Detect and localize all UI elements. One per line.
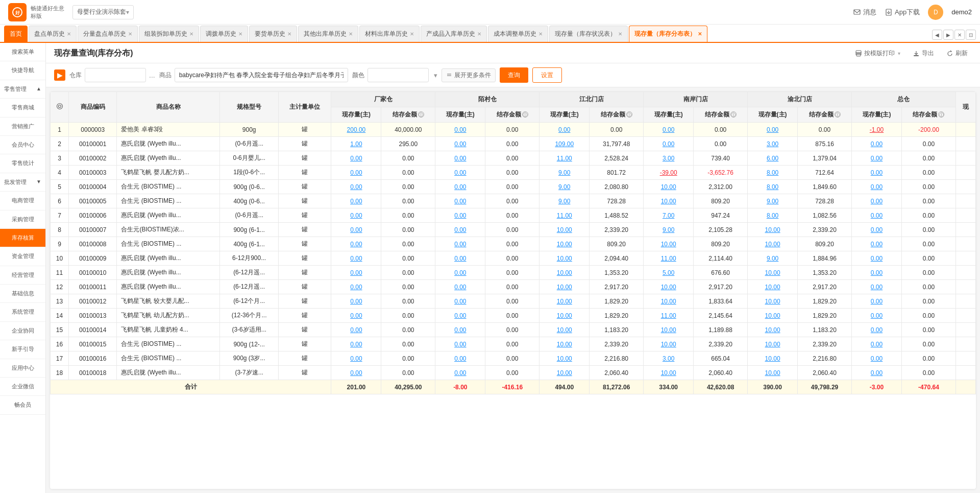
row-w2-qty[interactable]: 0.00 [435,180,485,194]
row-w3-qty[interactable]: 10.00 [540,323,590,337]
row-w3-qty[interactable]: 9.00 [540,180,590,194]
row-w4-qty[interactable]: -39.00 [644,166,694,180]
row-tot-qty[interactable]: 0.00 [852,309,902,323]
sidebar-item-retail-mall[interactable]: 零售商城 [0,99,45,117]
row-tot-qty[interactable]: 0.00 [852,137,902,151]
row-w4-qty[interactable]: 7.00 [644,208,694,223]
row-w4-qty[interactable]: 0.00 [644,123,694,137]
row-w5-qty[interactable]: 10.00 [748,223,798,237]
sidebar-item-finance[interactable]: 资金管理 [0,247,45,266]
row-w4-qty[interactable]: 10.00 [644,280,694,294]
row-tot-qty[interactable]: 0.00 [852,223,902,237]
row-w2-qty[interactable]: 0.00 [435,166,485,180]
sidebar-item-wholesale-mgmt[interactable]: 批发管理 ▼ [0,173,45,192]
tab-close-icon[interactable]: ✕ [477,31,481,37]
row-w4-qty[interactable]: 11.00 [644,251,694,266]
warehouse-input[interactable] [85,68,146,82]
row-w5-qty[interactable]: 8.00 [748,166,798,180]
row-w4-qty[interactable]: 10.00 [644,194,694,208]
row-w3-qty[interactable]: 10.00 [540,237,590,251]
tab-transfer[interactable]: 调拨单历史 ✕ [200,26,248,42]
row-w2-qty[interactable]: 0.00 [435,237,485,251]
row-tot-qty[interactable]: 0.00 [852,194,902,208]
tab-close-icon[interactable]: ✕ [698,31,702,37]
row-w2-qty[interactable]: 0.00 [435,266,485,280]
tab-prev-btn[interactable]: ◀ [932,30,942,40]
sidebar-item-search[interactable]: 搜索英单 [0,43,45,61]
row-w3-qty[interactable]: 109.00 [540,137,590,151]
tab-next-btn[interactable]: ▶ [943,30,953,40]
row-w2-qty[interactable]: 0.00 [435,309,485,323]
row-w5-qty[interactable]: 9.00 [748,251,798,266]
row-w3-qty[interactable]: 11.00 [540,151,590,166]
row-w3-qty[interactable]: 10.00 [540,351,590,366]
row-w4-qty[interactable]: 5.00 [644,266,694,280]
tab-close-icon[interactable]: ✕ [128,31,132,37]
tab-other-outbound[interactable]: 其他出库单历史 ✕ [298,26,358,42]
row-w2-qty[interactable]: 0.00 [435,366,485,380]
row-w2-qty[interactable]: 0.00 [435,223,485,237]
sidebar-item-vip[interactable]: 畅会员 [0,396,45,414]
tab-close-icon[interactable]: ✕ [538,31,543,37]
tab-maximize-btn[interactable]: ⊡ [966,30,976,40]
tab-close-icon[interactable]: ✕ [189,31,193,37]
row-w5-qty[interactable]: 10.00 [748,337,798,351]
row-w5-qty[interactable]: 0.00 [748,123,798,137]
row-w1-qty[interactable]: 0.00 [331,166,381,180]
row-w1-qty[interactable]: 0.00 [331,237,381,251]
tab-close-icon[interactable]: ✕ [67,31,71,37]
row-w2-qty[interactable]: 0.00 [435,151,485,166]
refresh-btn[interactable]: 刷新 [942,47,972,60]
row-w5-qty[interactable]: 10.00 [748,309,798,323]
row-w5-qty[interactable]: 10.00 [748,266,798,280]
row-w1-qty[interactable]: 0.00 [331,180,381,194]
tab-home[interactable]: 首页 [4,26,28,42]
row-w1-qty[interactable]: 0.00 [331,280,381,294]
row-w2-qty[interactable]: 0.00 [435,194,485,208]
row-tot-qty[interactable]: 0.00 [852,166,902,180]
sidebar-item-members[interactable]: 会员中心 [0,136,45,154]
sidebar-item-guide[interactable]: 新手引导 [0,340,45,359]
settings-btn[interactable]: 设置 [532,67,562,83]
row-w5-qty[interactable]: 8.00 [748,180,798,194]
row-w4-qty[interactable]: 10.00 [644,323,694,337]
row-tot-qty[interactable]: 0.00 [852,251,902,266]
row-w1-qty[interactable]: 0.00 [331,366,381,380]
row-w4-qty[interactable]: 10.00 [644,366,694,380]
sidebar-item-retail-mgmt[interactable]: 零售管理 ▲ [0,80,45,99]
info-icon[interactable]: ⓘ [626,111,632,118]
row-w5-qty[interactable]: 10.00 [748,294,798,309]
row-w4-qty[interactable]: 9.00 [644,223,694,237]
tab-assembly[interactable]: 组装拆卸单历史 ✕ [139,26,199,42]
info-icon[interactable]: ⓘ [522,111,528,118]
row-w2-qty[interactable]: 0.00 [435,280,485,294]
row-w1-qty[interactable]: 0.00 [331,351,381,366]
info-icon[interactable]: ⓘ [730,111,737,118]
sidebar-item-retail-stats[interactable]: 零售统计 [0,154,45,173]
row-tot-qty[interactable]: 0.00 [852,294,902,309]
user-avatar[interactable]: D [928,5,943,20]
row-w2-qty[interactable]: 0.00 [435,137,485,151]
row-w1-qty[interactable]: 0.00 [331,194,381,208]
row-w3-qty[interactable]: 10.00 [540,309,590,323]
row-w1-qty[interactable]: 0.00 [331,208,381,223]
row-w2-qty[interactable]: 0.00 [435,123,485,137]
row-w4-qty[interactable]: 11.00 [644,309,694,323]
info-icon[interactable]: ⓘ [418,111,424,118]
tab-requisition[interactable]: 要货单历史 ✕ [249,26,297,42]
row-w2-qty[interactable]: 0.00 [435,251,485,266]
row-tot-qty[interactable]: 0.00 [852,351,902,366]
row-tot-qty[interactable]: 0.00 [852,280,902,294]
row-w2-qty[interactable]: 0.00 [435,294,485,309]
sidebar-item-marketing[interactable]: 营销推广 [0,118,45,136]
tab-close-icon[interactable]: ✕ [287,31,291,37]
row-w3-qty[interactable]: 10.00 [540,294,590,309]
row-w4-qty[interactable]: 0.00 [644,137,694,151]
row-w2-qty[interactable]: 0.00 [435,337,485,351]
row-w3-qty[interactable]: 10.00 [540,337,590,351]
sidebar-item-nav[interactable]: 快捷导航 [0,61,45,80]
app-download-btn[interactable]: App下载 [885,8,920,17]
sidebar-item-operations[interactable]: 经营管理 [0,266,45,285]
tab-close-btn[interactable]: ✕ [954,30,965,40]
query-btn[interactable]: 查询 [500,67,528,83]
